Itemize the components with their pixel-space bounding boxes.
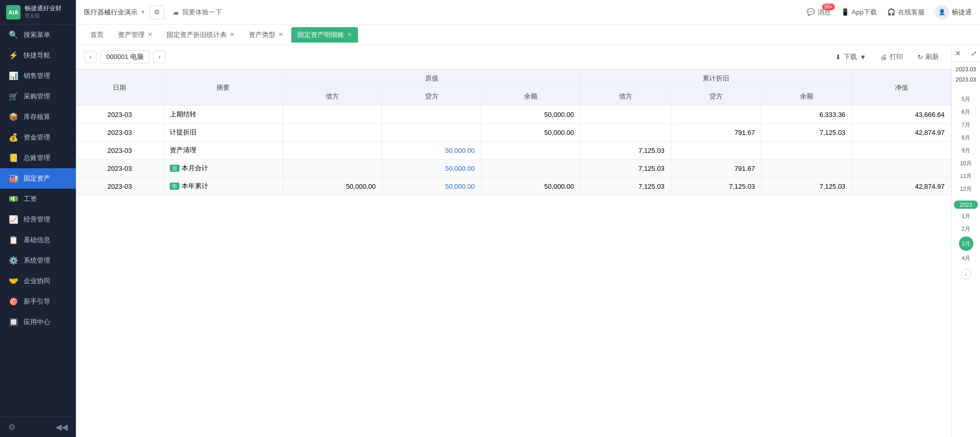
cell-summary-4: 年本年累计 (163, 177, 283, 195)
next-asset-button[interactable]: › (153, 51, 166, 63)
content-main: ‹ 000001 电脑 › ⬇ 下载 ▼ 🖨 打印 ↻ 刷新 (76, 45, 951, 437)
sidebar-item-system[interactable]: ⚙️系统管理 (0, 250, 76, 271)
tab-close-assettype[interactable]: ✕ (278, 31, 283, 38)
table-row: 2023-03 上期结转 50,000.00 6,333.36 43,666.6… (76, 106, 951, 124)
sidebar-item-label-wages: 工资 (24, 194, 37, 204)
cell-dep-balance-0: 6,333.36 (762, 106, 852, 124)
month-8[interactable]: 8月 (952, 131, 980, 144)
month-3[interactable]: 3月 (959, 236, 973, 251)
summary-tag: 年 (170, 183, 179, 190)
sidebar-item-purchase[interactable]: 🛒采购管理 (0, 86, 76, 107)
month-2[interactable]: 2月 (952, 223, 980, 235)
sidebar-item-label-purchase: 采购管理 (24, 92, 50, 101)
month-12[interactable]: 12月 (952, 183, 980, 195)
cell-orig-balance-0: 50,000.00 (481, 106, 580, 124)
cell-orig-balance-4: 50,000.00 (481, 177, 580, 195)
user-avatar-button[interactable]: 👤 畅捷通 (935, 5, 972, 19)
sidebar-scroll: 🔍搜索菜单⚡快捷导航📊销售管理🛒采购管理📦库存核算💰资金管理📒总账管理🏭固定资产… (0, 25, 76, 416)
sidebar-item-enterprise[interactable]: 🤝企业协同 (0, 271, 76, 291)
purchase-icon: 🛒 (8, 91, 18, 102)
customer-service-button[interactable]: 🎧 在线客服 (887, 8, 925, 17)
experience-button[interactable]: ☁ 我要体验一下 (172, 8, 222, 17)
sidebar-item-label-ledger: 总账管理 (24, 153, 50, 163)
settings-icon[interactable]: ⚙ (8, 422, 15, 432)
right-panel-scroll: 2023.03 2023.03 5月 6月 7月 8月 9月 10月 11月 1… (952, 62, 980, 437)
cell-net-value-3 (852, 160, 951, 177)
sidebar-item-search[interactable]: 🔍搜索菜单 (0, 25, 76, 45)
cell-date-4: 2023-03 (76, 177, 164, 195)
app-download-button[interactable]: 📱 App下载 (841, 8, 877, 17)
company-settings-button[interactable]: ⚙ (150, 5, 164, 19)
basic-icon: 📋 (8, 235, 18, 245)
download-icon: 📱 (841, 8, 849, 16)
sidebar-item-label-finance: 资金管理 (24, 133, 50, 142)
prev-asset-button[interactable]: ‹ (84, 51, 96, 63)
month-11[interactable]: 11月 (952, 170, 980, 183)
collapse-icon[interactable]: ◀◀ (55, 422, 68, 432)
print-button[interactable]: 🖨 打印 (876, 50, 907, 64)
refresh-button[interactable]: ↻ 刷新 (913, 50, 943, 64)
download-arrow: ▼ (859, 53, 866, 61)
search-icon: 🔍 (8, 30, 18, 40)
month-4[interactable]: 4月 (952, 252, 980, 265)
cell-net-value-0: 43,666.64 (852, 106, 951, 124)
company-selector[interactable]: 医疗器械行业演示 ▼ (84, 8, 146, 17)
cell-orig-balance-1: 50,000.00 (481, 124, 580, 142)
cell-summary-3: 月本月合计 (163, 160, 283, 177)
right-panel-close-button[interactable]: ✕ (955, 49, 961, 57)
sidebar-item-basic[interactable]: 📋基础信息 (0, 230, 76, 250)
cell-date-1: 2023-03 (76, 124, 164, 142)
cell-dep-balance-2 (762, 142, 852, 160)
logo-version: 普及版 (25, 12, 62, 19)
year-section-top: 2023.03 2023.03 (952, 62, 980, 87)
right-panel-header: ✕ ⤢ (952, 45, 980, 62)
cell-orig-credit-2: 50,000.00 (382, 142, 481, 160)
expand-timeline-button[interactable]: ↓ (961, 269, 971, 279)
logo-icon: AtA (6, 5, 21, 19)
tab-close-assets[interactable]: ✕ (148, 31, 152, 38)
sidebar-item-newguide[interactable]: 🎯新手引导 (0, 291, 76, 312)
th-orig-balance: 余额 (481, 88, 580, 106)
sidebar: AtA 畅捷通好业财 普及版 🔍搜索菜单⚡快捷导航📊销售管理🛒采购管理📦库存核算… (0, 0, 76, 437)
asset-detail-table: 日期 摘要 原值 累计折旧 净值 借方 贷方 余额 借方 贷方 余额 (76, 69, 951, 195)
cell-date-2: 2023-03 (76, 142, 164, 160)
main-area: 医疗器械行业演示 ▼ ⚙ ☁ 我要体验一下 💬 消息 99+ 📱 App下载 🎧… (76, 0, 980, 437)
cell-summary-2: 资产清理 (163, 142, 283, 160)
sidebar-item-finance[interactable]: 💰资金管理 (0, 127, 76, 148)
month-6[interactable]: 6月 (952, 106, 980, 118)
cell-orig-credit-3: 50,000.00 (382, 160, 481, 177)
cell-dep-credit-4: 7,125.03 (671, 177, 761, 195)
sidebar-item-fixedassets[interactable]: 🏭固定资产 (0, 168, 76, 189)
sidebar-item-label-operations: 经营管理 (24, 215, 50, 224)
tab-assets[interactable]: 资产管理✕ (112, 27, 158, 43)
tab-close-depreciation[interactable]: ✕ (230, 31, 234, 38)
month-7[interactable]: 7月 (952, 118, 980, 131)
table-wrapper: 日期 摘要 原值 累计折旧 净值 借方 贷方 余额 借方 贷方 余额 (76, 69, 951, 437)
th-dep-debit: 借方 (581, 88, 671, 106)
tab-detail[interactable]: 固定资产明细账✕ (291, 27, 358, 43)
tab-label-home: 首页 (90, 30, 104, 39)
sidebar-item-operations[interactable]: 📈经营管理 (0, 209, 76, 230)
month-9[interactable]: 9月 (952, 144, 980, 157)
tab-close-detail[interactable]: ✕ (347, 31, 352, 38)
tab-assettype[interactable]: 资产类型✕ (243, 27, 289, 43)
sidebar-item-quicknav[interactable]: ⚡快捷导航 (0, 45, 76, 66)
sidebar-item-inventory[interactable]: 📦库存核算 (0, 107, 76, 127)
sidebar-item-label-sales: 销售管理 (24, 71, 50, 81)
right-panel-expand-button[interactable]: ⤢ (971, 49, 977, 57)
sidebar-item-sales[interactable]: 📊销售管理 (0, 66, 76, 86)
tab-depreciation[interactable]: 固定资产折旧统计表✕ (161, 27, 241, 43)
month-10[interactable]: 10月 (952, 157, 980, 170)
month-1[interactable]: 1月 (952, 210, 980, 223)
download-button[interactable]: ⬇ 下载 ▼ (831, 50, 870, 64)
notifications-button[interactable]: 💬 消息 99+ (807, 8, 831, 17)
month-5[interactable]: 5月 (952, 93, 980, 106)
sidebar-item-appstore[interactable]: 🔲应用中心 (0, 312, 76, 332)
experience-icon: ☁ (172, 8, 179, 16)
cell-net-value-2 (852, 142, 951, 160)
sidebar-item-wages[interactable]: 💵工资 (0, 189, 76, 209)
cell-summary-1: 计提折旧 (163, 124, 283, 142)
sidebar-item-ledger[interactable]: 📒总账管理 (0, 148, 76, 168)
cell-dep-debit-3: 7,125.03 (581, 160, 671, 177)
tab-home[interactable]: 首页 (84, 27, 110, 43)
